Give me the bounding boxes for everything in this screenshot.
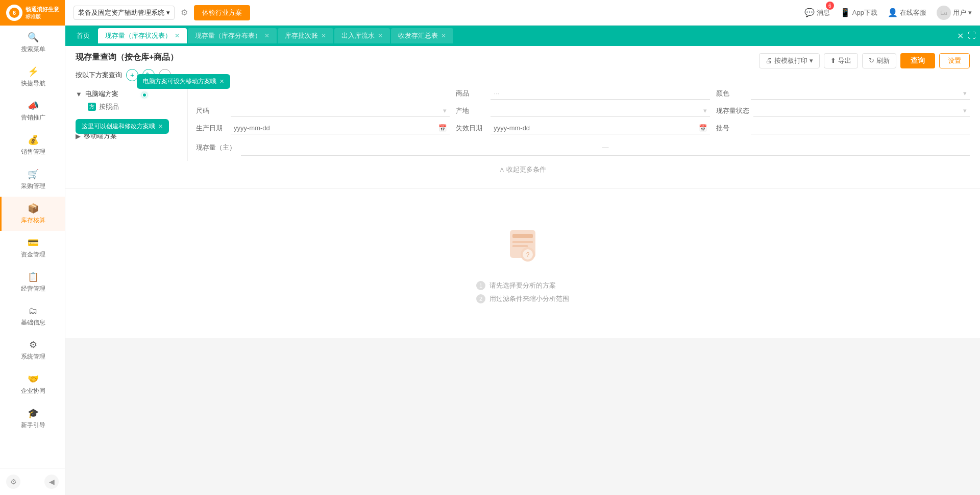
stock-status-select[interactable]: ▾ <box>753 105 970 117</box>
calendar-icon-1[interactable]: 📅 <box>438 124 447 132</box>
system-selector[interactable]: 装备及固定资产辅助管理系统 ▾ <box>74 6 175 20</box>
size-select-chevron: ▾ <box>443 107 447 114</box>
basic-icon: 🗂 <box>29 305 38 316</box>
tab-batch-account[interactable]: 库存批次账 ✕ <box>278 28 333 43</box>
export-btn[interactable]: ⬆ 导出 <box>824 53 858 68</box>
notification-btn[interactable]: 💬 6 消息 <box>804 8 830 17</box>
empty-tip-2: 用过滤条件来缩小分析范围 <box>489 294 569 303</box>
logo-text: 畅通消好生意 标准版 <box>26 6 59 19</box>
template-print-btn[interactable]: 🖨 按模板打印 ▾ <box>759 53 820 68</box>
field-size: 尺码 ▾ <box>196 105 450 117</box>
sidebar-item-operation[interactable]: 📋 经营管理 <box>0 265 65 299</box>
sidebar-logo: 6 畅通消好生意 标准版 <box>0 0 65 26</box>
tab-inventory-status[interactable]: 现存量（库存状况表） ✕ <box>98 28 187 43</box>
produce-date-field[interactable] <box>234 124 438 132</box>
collapse-sidebar-btn[interactable]: ◀ <box>44 475 59 489</box>
filter-section: 现存量查询（按仓库+商品） 🖨 按模板打印 ▾ ⬆ 导出 ↻ 刷新 <box>65 46 980 189</box>
tab-inventory-dist[interactable]: 现存量（库存分布表） ✕ <box>188 28 277 43</box>
color-select[interactable]: ▾ <box>751 87 970 100</box>
sidebar-item-guide[interactable]: 🎓 新手引导 <box>0 402 65 436</box>
solution-button[interactable]: 体验行业方案 <box>194 5 250 20</box>
scheme-item-icon: 方 <box>88 103 96 111</box>
main-area: 装备及固定资产辅助管理系统 ▾ ⚙ 体验行业方案 💬 6 消息 📱 App下载 … <box>65 0 980 495</box>
pc-scheme-title[interactable]: ▼ 电脑端方案 <box>76 87 181 101</box>
sidebar-item-purchase[interactable]: 🛒 采购管理 <box>0 162 65 197</box>
tab-close-inventory-status[interactable]: ✕ <box>175 32 180 39</box>
marketing-icon: 📣 <box>28 100 39 111</box>
message-icon: 💬 <box>804 8 815 17</box>
tab-home[interactable]: 首页 <box>69 28 97 43</box>
app-download-btn[interactable]: 📱 App下载 <box>840 8 877 17</box>
tab-close-collect[interactable]: ✕ <box>441 32 446 39</box>
tooltip2-close-btn[interactable]: ✕ <box>158 123 163 130</box>
sales-icon: 💰 <box>28 134 39 146</box>
origin-select[interactable]: ▾ <box>491 105 709 117</box>
phone-icon: 📱 <box>840 8 850 17</box>
filter-row-4: 现存量（主） — <box>196 139 970 156</box>
sidebar-item-finance[interactable]: 💳 资金管理 <box>0 231 65 265</box>
user-area[interactable]: Ea 用户 ▾ <box>937 6 972 20</box>
operation-icon: 📋 <box>28 271 39 282</box>
calendar-icon-2[interactable]: 📅 <box>699 124 707 132</box>
product-select[interactable]: ··· <box>491 87 709 100</box>
origin-select-chevron: ▾ <box>703 107 707 114</box>
print-dropdown-icon: ▾ <box>810 57 813 64</box>
scheme-and-fields: 电脑方案可设为移动方案哦 ✕ ▼ 电脑端方案 <box>76 87 970 161</box>
user-dropdown-icon: ▾ <box>968 9 972 16</box>
scheme-item-product[interactable]: 方 按照品 <box>88 101 181 113</box>
sidebar-item-marketing[interactable]: 📣 营销推广 <box>0 94 65 128</box>
query-button[interactable]: 查询 <box>900 53 935 68</box>
filter-scheme-row: 按以下方案查询 + ✎ ← <box>76 69 970 178</box>
svg-rect-4 <box>512 241 533 243</box>
sidebar-item-basic[interactable]: 🗂 基础信息 <box>0 299 65 333</box>
system-icon: ⚙ <box>29 339 37 350</box>
header-left: 装备及固定资产辅助管理系统 ▾ ⚙ 体验行业方案 <box>74 5 250 20</box>
tab-close-inout[interactable]: ✕ <box>378 32 383 39</box>
empty-tips: 1 请先选择要分析的方案 2 用过滤条件来缩小分析范围 <box>476 281 569 308</box>
empty-tip-1: 请先选择要分析的方案 <box>489 281 556 290</box>
field-product: 商品 ··· <box>456 87 709 100</box>
guide-icon: 🎓 <box>28 408 39 419</box>
collapse-bar[interactable]: ∧ 收起更多条件 <box>76 161 970 178</box>
stock-min-input[interactable] <box>244 142 599 153</box>
fullscreen-btn[interactable]: ⛶ <box>968 31 976 41</box>
sidebar-item-system[interactable]: ⚙ 系统管理 <box>0 333 65 367</box>
pc-scheme-list: 方 按照品 <box>76 101 181 113</box>
stock-status-chevron: ▾ <box>963 107 967 114</box>
field-stock-status: 现存量状态 ▾ <box>716 105 970 117</box>
tooltip1-close-btn[interactable]: ✕ <box>219 78 224 85</box>
avatar: Ea <box>937 6 951 20</box>
sidebar-item-search[interactable]: 🔍 搜索菜单 <box>0 26 65 60</box>
field-batch: 批号 <box>716 122 970 134</box>
pc-scheme-category: ▼ 电脑端方案 方 按照品 <box>76 87 181 113</box>
print-icon: 🖨 <box>766 57 772 64</box>
sidebar-bottom: ⚙ ◀ <box>0 468 65 495</box>
sidebar-item-inventory[interactable]: 📦 库存核算 <box>0 197 65 231</box>
sidebar-item-sales[interactable]: 💰 销售管理 <box>0 128 65 162</box>
sidebar-item-quick[interactable]: ⚡ 快捷导航 <box>0 60 65 94</box>
gear-settings-btn[interactable]: ⚙ <box>181 8 188 17</box>
sidebar: 6 畅通消好生意 标准版 🔍 搜索菜单 ⚡ 快捷导航 📣 营销推广 💰 销售管理… <box>0 0 65 495</box>
tab-close-inventory-dist[interactable]: ✕ <box>264 32 270 39</box>
sidebar-item-enterprise[interactable]: 🤝 企业协同 <box>0 367 65 402</box>
svg-text:6: 6 <box>12 10 15 16</box>
expire-date-field[interactable] <box>494 124 698 132</box>
size-select[interactable]: ▾ <box>231 105 450 117</box>
refresh-btn[interactable]: ↻ 刷新 <box>862 53 896 68</box>
settings-button[interactable]: 设置 <box>939 53 970 68</box>
tab-collect-summary[interactable]: 收发存汇总表 ✕ <box>391 28 453 43</box>
settings-bottom-btn[interactable]: ⚙ <box>6 475 20 489</box>
page-content: 现存量查询（按仓库+商品） 🖨 按模板打印 ▾ ⬆ 导出 ↻ 刷新 <box>65 46 980 495</box>
stock-max-input[interactable] <box>612 142 967 153</box>
logo-icon: 6 <box>6 5 22 21</box>
page-title-bar: 现存量查询（按仓库+商品） 🖨 按模板打印 ▾ ⬆ 导出 ↻ 刷新 <box>76 52 970 69</box>
field-produce-date: 生产日期 📅 <box>196 122 450 134</box>
online-service-btn[interactable]: 👤 在线客服 <box>888 8 926 17</box>
batch-input[interactable] <box>751 122 970 134</box>
refresh-icon: ↻ <box>869 57 874 64</box>
tab-close-batch[interactable]: ✕ <box>321 32 326 39</box>
close-all-tabs-btn[interactable]: ✕ <box>957 31 964 41</box>
range-separator: — <box>602 144 609 151</box>
inventory-icon: 📦 <box>28 203 39 214</box>
tab-inout-flow[interactable]: 出入库流水 ✕ <box>334 28 390 43</box>
